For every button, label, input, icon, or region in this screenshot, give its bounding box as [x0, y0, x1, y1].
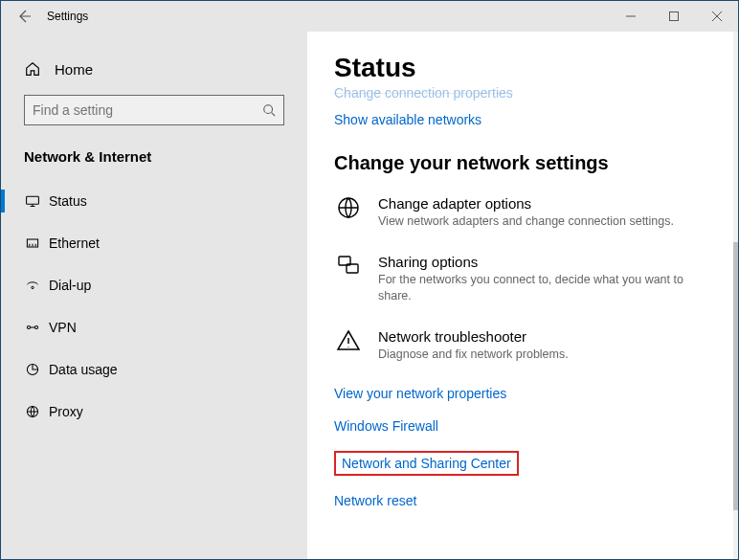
adapter-icon [334, 195, 363, 231]
vpn-icon [24, 319, 41, 336]
link-sharing-center[interactable]: Network and Sharing Center [334, 451, 519, 476]
sidebar-item-label: VPN [49, 320, 77, 335]
sharing-icon [334, 254, 363, 305]
setting-desc: For the networks you connect to, decide … [378, 272, 717, 305]
sidebar-item-proxy[interactable]: Proxy [1, 391, 307, 433]
page-title: Status [334, 53, 717, 83]
svg-point-5 [27, 325, 30, 328]
home-link[interactable]: Home [1, 51, 307, 87]
truncated-link[interactable]: Change connection properties [334, 85, 717, 101]
link-reset[interactable]: Network reset [334, 493, 416, 508]
setting-label: Network troubleshooter [378, 328, 717, 345]
search-wrap [1, 87, 307, 125]
setting-desc: Diagnose and fix network problems. [378, 347, 717, 364]
setting-adapter[interactable]: Change adapter options View network adap… [334, 195, 717, 231]
home-icon [24, 60, 41, 78]
home-label: Home [55, 61, 93, 78]
setting-desc: View network adapters and change connect… [378, 213, 717, 231]
troubleshoot-icon [334, 328, 363, 364]
sidebar-item-vpn[interactable]: VPN [1, 306, 307, 348]
maximize-icon [669, 11, 679, 21]
arrow-left-icon [16, 9, 32, 24]
sidebar-item-label: Status [49, 193, 87, 209]
sidebar-category: Network & Internet [1, 125, 307, 172]
sidebar-item-label: Data usage [49, 362, 118, 377]
sidebar-item-datausage[interactable]: Data usage [1, 348, 307, 391]
ethernet-icon [24, 235, 41, 252]
window-title: Settings [47, 10, 88, 23]
search-input[interactable] [33, 102, 262, 118]
main: Status Change connection properties Show… [307, 32, 738, 559]
sidebar-nav: Status Ethernet Dial-up VPN [1, 180, 307, 433]
titlebar: Settings [1, 1, 738, 32]
sidebar-item-label: Proxy [49, 404, 83, 419]
sidebar-item-dialup[interactable]: Dial-up [1, 264, 307, 306]
svg-point-1 [264, 105, 273, 114]
setting-sharing[interactable]: Sharing options For the networks you con… [334, 254, 717, 305]
svg-point-4 [32, 286, 34, 288]
sidebar: Home Network & Internet Status Ethernet [1, 32, 307, 559]
minimize-button[interactable] [609, 1, 652, 32]
svg-point-6 [34, 325, 37, 328]
link-firewall[interactable]: Windows Firewall [334, 418, 438, 434]
scrollbar-thumb[interactable] [733, 242, 738, 510]
status-icon [24, 192, 41, 210]
window-controls [609, 1, 738, 32]
setting-label: Sharing options [378, 254, 717, 270]
proxy-icon [24, 403, 41, 420]
dialup-icon [24, 277, 41, 294]
search-icon [262, 103, 276, 117]
links-list: View your network properties Windows Fir… [334, 386, 717, 508]
maximize-button[interactable] [652, 1, 695, 32]
back-button[interactable] [9, 1, 39, 32]
close-button[interactable] [695, 1, 738, 32]
show-networks-link[interactable]: Show available networks [334, 112, 481, 127]
svg-rect-0 [669, 12, 678, 21]
minimize-icon [626, 11, 636, 21]
sidebar-item-status[interactable]: Status [1, 180, 307, 222]
close-icon [712, 11, 722, 21]
sidebar-item-label: Dial-up [49, 278, 91, 293]
search-box[interactable] [24, 95, 284, 125]
section-title: Change your network settings [334, 152, 717, 174]
sidebar-item-label: Ethernet [49, 235, 100, 251]
setting-label: Change adapter options [378, 195, 717, 212]
setting-troubleshoot[interactable]: Network troubleshooter Diagnose and fix … [334, 328, 717, 364]
svg-rect-2 [27, 196, 39, 204]
link-properties[interactable]: View your network properties [334, 386, 506, 401]
sidebar-item-ethernet[interactable]: Ethernet [1, 222, 307, 264]
datausage-icon [24, 361, 41, 378]
content: Home Network & Internet Status Ethernet [1, 32, 738, 559]
